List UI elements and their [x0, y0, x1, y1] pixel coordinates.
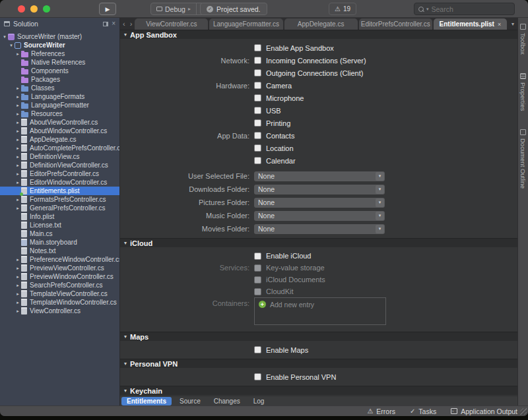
- music-folder-dropdown[interactable]: None▾: [254, 211, 385, 221]
- tree-item-classes[interactable]: ▸Classes: [0, 84, 119, 92]
- downloads-folder-dropdown[interactable]: None▾: [254, 185, 385, 195]
- warnings-button[interactable]: ⚠ 19: [329, 3, 356, 15]
- tab-languageformatter[interactable]: LanguageFormatter.cs: [209, 18, 282, 30]
- expander-icon[interactable]: ▸: [15, 51, 21, 57]
- tree-item-file[interactable]: ▸PreferenceWindowController.cs: [0, 255, 119, 264]
- section-header-keychain[interactable]: ▾ Keychain: [120, 386, 517, 395]
- expander-icon[interactable]: ▸: [15, 283, 21, 288]
- enable-icloud-checkbox[interactable]: [254, 253, 261, 260]
- expander-icon[interactable]: ▸: [15, 257, 21, 262]
- dock-pad-icon[interactable]: [103, 22, 108, 26]
- close-pad-icon[interactable]: ×: [112, 21, 116, 26]
- tree-item-native-references[interactable]: Native References: [0, 58, 119, 67]
- tab-viewcontroller[interactable]: ViewController.cs: [135, 18, 208, 30]
- calendar-checkbox[interactable]: [254, 157, 261, 164]
- tab-appdelegate[interactable]: AppDelegate.cs: [284, 18, 358, 30]
- run-button[interactable]: ▶: [99, 3, 116, 15]
- tree-item-file[interactable]: ▸AboutWindowController.cs: [0, 127, 119, 135]
- tree-item-languageformats[interactable]: ▸LanguageFormats: [0, 92, 119, 101]
- view-tab-source[interactable]: Source: [174, 397, 206, 405]
- expander-icon[interactable]: ▸: [15, 206, 21, 211]
- enable-personal-vpn-checkbox[interactable]: [254, 373, 261, 380]
- location-checkbox[interactable]: [254, 144, 261, 152]
- containers-add-entry-box[interactable]: + Add new entry: [254, 297, 386, 325]
- close-tab-icon[interactable]: ×: [498, 21, 501, 28]
- tree-item-file[interactable]: License.txt: [0, 221, 119, 229]
- tree-item-file[interactable]: ▸SearchPrefsController.cs: [0, 281, 119, 289]
- tab-entitlements-active[interactable]: Entitlements.plist ×: [434, 18, 507, 30]
- expander-icon[interactable]: ▸: [15, 197, 21, 202]
- expander-icon[interactable]: ▸: [15, 163, 21, 168]
- view-tab-log[interactable]: Log: [248, 397, 270, 405]
- expander-icon[interactable]: ▸: [15, 171, 21, 177]
- application-output-button[interactable]: › Application Output: [451, 407, 517, 415]
- resize-grip[interactable]: [520, 408, 527, 415]
- search-field[interactable]: ▾: [414, 3, 515, 15]
- expander-icon[interactable]: ▸: [15, 103, 21, 108]
- tree-item-components[interactable]: Components: [0, 67, 119, 75]
- tree-item-file[interactable]: ▸DefinitionView.cs: [0, 152, 119, 161]
- tab-editorprefscontroller[interactable]: EditorPrefsController.cs: [359, 18, 432, 30]
- expander-icon[interactable]: ▸: [15, 86, 21, 91]
- tree-item-file[interactable]: Info.plist: [0, 212, 119, 221]
- zoom-window-button[interactable]: [43, 5, 50, 13]
- tree-item-file[interactable]: ▸EditorPrefsController.cs: [0, 169, 119, 178]
- expander-icon[interactable]: ▾: [1, 34, 8, 40]
- expander-icon[interactable]: ▸: [15, 111, 21, 117]
- enable-maps-checkbox[interactable]: [254, 346, 261, 353]
- tree-item-file[interactable]: ▸ViewController.cs: [0, 307, 119, 315]
- expander-icon[interactable]: ▸: [15, 291, 21, 297]
- contacts-checkbox[interactable]: [254, 132, 261, 139]
- tree-item-file[interactable]: ▸TemplateViewController.cs: [0, 289, 119, 298]
- tree-item-solution[interactable]: ▾SourceWriter (master): [0, 32, 119, 41]
- tree-item-file[interactable]: ▸EditorWindowController.cs: [0, 178, 119, 187]
- tree-item-file[interactable]: ▸FormatsPrefsController.cs: [0, 195, 119, 204]
- expander-icon[interactable]: ▸: [15, 266, 21, 271]
- expander-icon[interactable]: ▾: [8, 43, 15, 48]
- expander-icon[interactable]: ▸: [15, 180, 21, 185]
- tab-overflow-dropdown[interactable]: ▾: [508, 18, 517, 30]
- tree-item-file[interactable]: ▸GeneralPrefsController.cs: [0, 204, 119, 212]
- user-selected-file-dropdown[interactable]: None▾: [254, 171, 385, 181]
- expander-icon[interactable]: ▸: [15, 300, 21, 305]
- tree-item-languageformatter[interactable]: ▸LanguageFormatter: [0, 101, 119, 109]
- enable-app-sandbox-checkbox[interactable]: [254, 44, 261, 51]
- expander-icon[interactable]: ▸: [15, 94, 21, 100]
- microphone-checkbox[interactable]: [254, 94, 261, 102]
- expander-icon[interactable]: ▸: [15, 309, 21, 314]
- outgoing-connections-checkbox[interactable]: [254, 69, 261, 76]
- pictures-folder-dropdown[interactable]: None▾: [254, 198, 385, 208]
- expander-icon[interactable]: ▸: [15, 120, 21, 125]
- expander-icon[interactable]: ▸: [15, 129, 21, 134]
- section-header-app-sandbox[interactable]: ▾ App Sandbox: [120, 30, 517, 39]
- pad-tab-document-outline[interactable]: Document Outline: [519, 129, 527, 189]
- usb-checkbox[interactable]: [254, 107, 261, 114]
- tree-item-file[interactable]: ▸AboutViewController.cs: [0, 118, 119, 127]
- tree-item-file[interactable]: Main.storyboard: [0, 238, 119, 247]
- minimize-window-button[interactable]: [30, 5, 38, 13]
- tree-item-file[interactable]: ▸TemplateWindowController.cs: [0, 298, 119, 307]
- tree-item-project[interactable]: ▾SourceWriter: [0, 41, 119, 49]
- navigate-forward-icon[interactable]: ›: [130, 20, 133, 28]
- configuration-dropdown[interactable]: Debug ▸: [151, 3, 196, 15]
- expander-icon[interactable]: ▸: [15, 154, 21, 160]
- tree-item-file[interactable]: ▸AppDelegate.cs: [0, 135, 119, 144]
- view-tab-changes[interactable]: Changes: [209, 397, 246, 405]
- incoming-connections-checkbox[interactable]: [254, 57, 261, 64]
- tree-item-file[interactable]: ▸PreviewWindowController.cs: [0, 272, 119, 281]
- tree-item-file[interactable]: Main.cs: [0, 229, 119, 238]
- pad-tab-properties[interactable]: Properties: [519, 73, 527, 111]
- tree-item-file[interactable]: ▸PreviewViewController.cs: [0, 264, 119, 272]
- search-input[interactable]: [432, 5, 498, 13]
- tree-item-references[interactable]: ▸References: [0, 49, 119, 58]
- view-tab-entitlements[interactable]: Entitlements: [121, 397, 172, 405]
- tree-item-file[interactable]: Notes.txt: [0, 247, 119, 255]
- tasks-button[interactable]: ✓ Tasks: [410, 407, 436, 415]
- errors-button[interactable]: ⚠ Errors: [367, 407, 395, 415]
- camera-checkbox[interactable]: [254, 82, 261, 89]
- expander-icon[interactable]: ▸: [15, 146, 21, 151]
- tree-item-file[interactable]: ▸DefinitionViewController.cs: [0, 161, 119, 169]
- pad-tab-toolbox[interactable]: Toolbox: [519, 24, 527, 55]
- section-header-personal-vpn[interactable]: ▾ Personal VPN: [120, 359, 517, 368]
- close-window-button[interactable]: [18, 5, 25, 13]
